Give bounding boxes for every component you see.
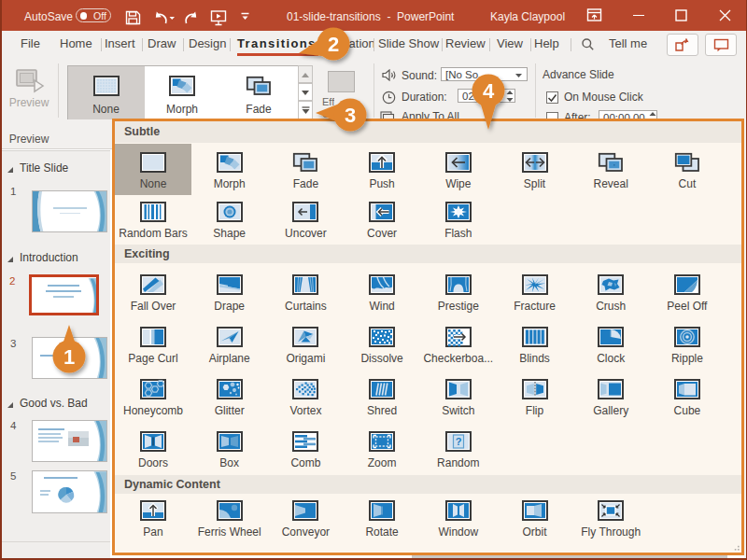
svg-text:2: 2: [328, 33, 339, 56]
svg-text:1: 1: [63, 345, 75, 369]
svg-text:3: 3: [345, 104, 356, 127]
svg-text:?: ?: [455, 436, 461, 447]
svg-text:4: 4: [483, 79, 495, 103]
